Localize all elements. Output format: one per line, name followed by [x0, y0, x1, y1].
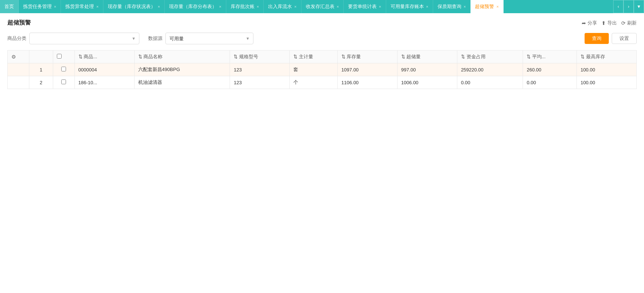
- col-overstock[interactable]: ⇅ 超储量: [397, 51, 457, 63]
- table-header-row: ⚙ ⇅ 商品... ⇅ 商品名称 ⇅ 规格型号: [8, 51, 637, 63]
- col-checkbox: [53, 51, 74, 63]
- nav-tab-inventory-dist[interactable]: 现存量（库存分布表） ×: [165, 0, 226, 13]
- col-capital-occupy[interactable]: ⇅ 资金占用: [457, 51, 523, 63]
- product-category-filter: 商品分类 ▼: [7, 33, 139, 44]
- datasource-select-wrap: 可用量 实际库存 ▼: [165, 33, 253, 44]
- nav-tab-inout-flow[interactable]: 出入库流水 ×: [264, 0, 301, 13]
- cell-checkbox-2: [53, 76, 74, 89]
- close-tab-inout-flow[interactable]: ×: [294, 4, 296, 9]
- cell-settings-2: [8, 76, 29, 89]
- page-header: 超储预警 ➦ 分享 ⬆ 导出 ⟳ 刷新: [7, 19, 637, 27]
- refresh-icon: ⟳: [621, 20, 626, 26]
- cell-inventory-1: 1097.00: [337, 63, 397, 76]
- nav-next-button[interactable]: ›: [623, 0, 634, 13]
- nav-tab-overstock-warning[interactable]: 超储预警 ×: [471, 0, 503, 13]
- nav-tab-task-mgmt[interactable]: 拣货任务管理 ×: [19, 0, 61, 13]
- col-settings: ⚙: [8, 51, 29, 63]
- settings-button[interactable]: 设置: [612, 33, 637, 44]
- select-all-checkbox[interactable]: [57, 54, 62, 59]
- cell-product-code-1: 0000004: [74, 63, 134, 76]
- cell-overstock-2: 1006.00: [397, 76, 457, 89]
- share-button[interactable]: ➦ 分享: [582, 20, 597, 26]
- nav-tab-quality-check[interactable]: 保质期查询 ×: [433, 0, 471, 13]
- export-button[interactable]: ⬆ 导出: [601, 20, 617, 26]
- close-tab-available-ledger[interactable]: ×: [426, 4, 428, 9]
- nav-menu-button[interactable]: ▼: [634, 0, 644, 13]
- col-product-code[interactable]: ⇅ 商品...: [74, 51, 134, 63]
- cell-product-name-2: 机油滤清器: [134, 76, 230, 89]
- close-tab-inventory-dist[interactable]: ×: [219, 4, 221, 9]
- close-tab-abnormal[interactable]: ×: [96, 4, 98, 9]
- header-actions: ➦ 分享 ⬆ 导出 ⟳ 刷新: [582, 20, 637, 26]
- cell-unit-2: 个: [290, 76, 337, 89]
- cell-rownum-2: 2: [29, 76, 53, 89]
- col-avg[interactable]: ⇅ 平均...: [523, 51, 577, 63]
- row-checkbox-1[interactable]: [61, 67, 66, 71]
- col-max-inventory[interactable]: ⇅ 最高库存: [577, 51, 636, 63]
- col-unit[interactable]: ⇅ 主计量: [290, 51, 337, 63]
- col-inventory[interactable]: ⇅ 库存量: [337, 51, 397, 63]
- table-header: ⚙ ⇅ 商品... ⇅ 商品名称 ⇅ 规格型号: [8, 51, 637, 63]
- cell-unit-1: 套: [290, 63, 337, 76]
- refresh-button[interactable]: ⟳ 刷新: [621, 20, 637, 26]
- nav-tab-inventory-status[interactable]: 现存量（库存状况表） ×: [103, 0, 165, 13]
- cell-capital-occupy-2: 0.00: [457, 76, 523, 89]
- cell-spec-2: 123: [230, 76, 290, 89]
- nav-tab-order-stats[interactable]: 要货单统计表 ×: [344, 0, 386, 13]
- nav-tab-batch[interactable]: 库存批次账 ×: [226, 0, 264, 13]
- nav-prev-button[interactable]: ‹: [613, 0, 623, 13]
- datasource-select[interactable]: 可用量 实际库存: [165, 33, 253, 44]
- cell-max-inventory-2: 100.00: [577, 76, 636, 89]
- cell-checkbox-1: [53, 63, 74, 76]
- nav-tab-available-ledger[interactable]: 可用量库存账本 ×: [386, 0, 433, 13]
- nav-tab-collect-send[interactable]: 收发存汇总表 ×: [301, 0, 344, 13]
- cell-settings-1: [8, 63, 29, 76]
- cell-max-inventory-1: 100.00: [577, 63, 636, 76]
- table-row: 1 0000004 六配套新昌490BPG 123 套 1097.00 997.…: [8, 63, 637, 76]
- col-spec[interactable]: ⇅ 规格型号: [230, 51, 290, 63]
- col-rownum: [29, 51, 53, 63]
- nav-arrow-group: ‹ › ▼: [613, 0, 644, 13]
- nav-tab-home[interactable]: 首页: [0, 0, 19, 13]
- close-tab-overstock-warning[interactable]: ×: [496, 4, 498, 9]
- product-category-select[interactable]: [29, 33, 139, 44]
- product-category-label: 商品分类: [7, 35, 26, 42]
- table-body: 1 0000004 六配套新昌490BPG 123 套 1097.00 997.…: [8, 63, 637, 89]
- cell-spec-1: 123: [230, 63, 290, 76]
- cell-product-code-2: 186-10...: [74, 76, 134, 89]
- filter-area: 商品分类 ▼ 数据源 可用量 实际库存 ▼ 查询 设置: [7, 33, 637, 44]
- filter-right-buttons: 查询 设置: [585, 33, 637, 44]
- cell-avg-1: 260.00: [523, 63, 577, 76]
- close-tab-quality-check[interactable]: ×: [464, 4, 466, 9]
- cell-rownum-1: 1: [29, 63, 53, 76]
- page-container: 超储预警 ➦ 分享 ⬆ 导出 ⟳ 刷新 商品分类 ▼: [0, 13, 644, 293]
- data-table: ⚙ ⇅ 商品... ⇅ 商品名称 ⇅ 规格型号: [7, 50, 637, 89]
- close-tab-task-mgmt[interactable]: ×: [54, 4, 56, 9]
- row-checkbox-2[interactable]: [61, 79, 66, 84]
- export-icon: ⬆: [601, 20, 606, 26]
- close-tab-collect-send[interactable]: ×: [337, 4, 339, 9]
- cell-avg-2: 0.00: [523, 76, 577, 89]
- datasource-label: 数据源: [148, 35, 162, 42]
- page-title: 超储预警: [7, 19, 31, 27]
- product-category-select-wrap: ▼: [29, 33, 139, 44]
- table-settings-icon[interactable]: ⚙: [11, 54, 16, 60]
- nav-tab-abnormal[interactable]: 拣货异常处理 ×: [61, 0, 103, 13]
- share-icon: ➦: [582, 20, 586, 26]
- cell-capital-occupy-1: 259220.00: [457, 63, 523, 76]
- query-button[interactable]: 查询: [585, 33, 609, 44]
- datasource-filter: 数据源 可用量 实际库存 ▼: [148, 33, 253, 44]
- close-tab-inventory-status[interactable]: ×: [158, 4, 160, 9]
- close-tab-batch[interactable]: ×: [257, 4, 259, 9]
- cell-inventory-2: 1106.00: [337, 76, 397, 89]
- table-row: 2 186-10... 机油滤清器 123 个 1106.00 1006.00 …: [8, 76, 637, 89]
- col-product-name[interactable]: ⇅ 商品名称: [134, 51, 230, 63]
- top-navigation: 首页 拣货任务管理 × 拣货异常处理 × 现存量（库存状况表） × 现存量（库存…: [0, 0, 644, 13]
- cell-product-name-1: 六配套新昌490BPG: [134, 63, 230, 76]
- cell-overstock-1: 997.00: [397, 63, 457, 76]
- close-tab-order-stats[interactable]: ×: [379, 4, 381, 9]
